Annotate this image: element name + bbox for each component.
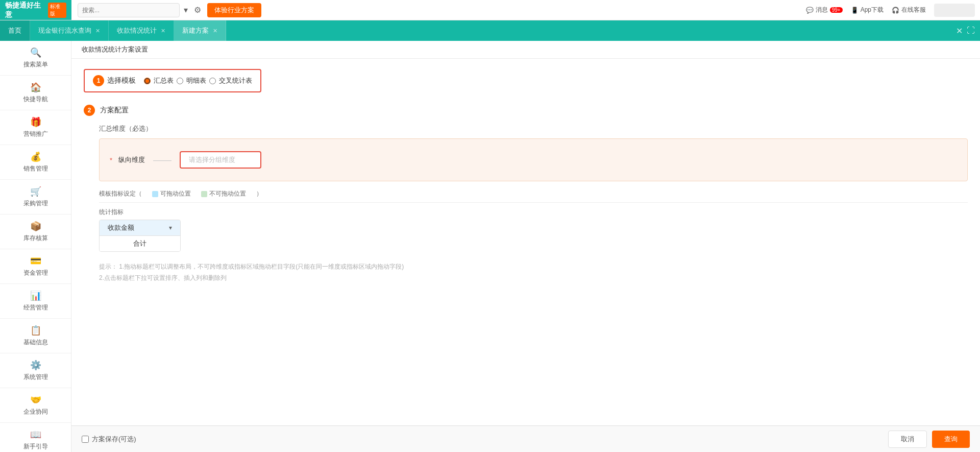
sidebar-item-finance[interactable]: 💳 资金管理 [0, 249, 71, 284]
sidebar-label-marketing: 营销推广 [23, 130, 48, 138]
step1-badge: 1 [93, 75, 104, 86]
sidebar-item-management[interactable]: 📊 经营管理 [0, 284, 71, 319]
radio-detail-table[interactable]: 明细表 [177, 76, 206, 85]
sales-icon: 💰 [30, 151, 41, 162]
sidebar-label-system: 系统管理 [23, 373, 48, 382]
bottom-buttons: 取消 查询 [888, 431, 970, 448]
search-dropdown-button[interactable]: ▾ [184, 5, 188, 15]
sidebar-label-purchase: 采购管理 [23, 199, 48, 208]
tips-section: 提示： 1.拖动标题栏可以调整布局，不可跨维度或指标区域拖动栏目字段(只能在同一… [99, 261, 968, 283]
tab-maximize-icon[interactable]: ⛶ [967, 26, 975, 35]
tab-cash-flow[interactable]: 现金银行流水查询 ✕ [30, 20, 109, 41]
message-button[interactable]: 💬 消息 99+ [806, 6, 843, 14]
sidebar-label-management: 经营管理 [23, 303, 48, 312]
metrics-dropdown-arrow[interactable]: ▾ [169, 224, 172, 231]
search-icon: 🔍 [30, 47, 41, 58]
app-download-label: App下载 [861, 6, 884, 14]
sidebar-item-basic-info[interactable]: 📋 基础信息 [0, 319, 71, 353]
sidebar-label-enterprise-collab: 企业协同 [23, 408, 48, 416]
arrow-separator: —— [153, 155, 172, 165]
metrics-section: 模板指标设定（ 可拖动位置 不可拖动位置 ） 统计指标 [99, 189, 968, 253]
tab-cash-flow-close[interactable]: ✕ [95, 28, 100, 34]
section2: 2 方案配置 汇总维度（必选） * 纵向维度 —— 请选择分组维度 [84, 105, 968, 283]
legend-draggable-label: 可拖动位置 [160, 189, 191, 198]
online-support-button[interactable]: 🎧 在线客服 [892, 6, 926, 14]
page-title: 收款情况统计方案设置 [82, 45, 148, 53]
sidebar-item-system[interactable]: ⚙️ 系统管理 [0, 353, 71, 388]
management-icon: 📊 [30, 290, 41, 301]
sidebar-item-search[interactable]: 🔍 搜索菜单 [0, 41, 71, 76]
legend-draggable: 可拖动位置 [152, 189, 191, 198]
section1-title: 选择模板 [107, 76, 136, 85]
system-icon: ⚙️ [30, 360, 41, 371]
section1: 1 选择模板 汇总表 明细表 交叉统计表 [84, 69, 968, 103]
radio-detail-input[interactable] [177, 78, 183, 84]
sidebar-label-sales: 销售管理 [23, 164, 48, 173]
settings-gear-button[interactable]: ⚙ [192, 3, 203, 17]
search-input[interactable] [78, 3, 180, 17]
save-checkbox[interactable] [82, 436, 89, 443]
tab-receipt-stats-close[interactable]: ✕ [161, 28, 165, 34]
vertical-dim-label: 纵向维度 [118, 155, 145, 164]
radio-cross-table[interactable]: 交叉统计表 [209, 76, 252, 85]
sidebar-item-purchase[interactable]: 🛒 采购管理 [0, 180, 71, 215]
sidebar-item-marketing[interactable]: 🎁 营销推广 [0, 110, 71, 145]
sidebar-item-sales[interactable]: 💰 销售管理 [0, 145, 71, 180]
legend-fixed-label: 不可拖动位置 [209, 189, 246, 198]
tab-receipt-stats-label: 收款情况统计 [117, 26, 157, 35]
tab-receipt-stats[interactable]: 收款情况统计 ✕ [109, 20, 174, 41]
message-icon: 💬 [806, 7, 814, 14]
template-radio-group: 1 选择模板 汇总表 明细表 交叉统计表 [84, 69, 261, 92]
basic-info-icon: 📋 [30, 325, 41, 336]
dimension-row: * 纵向维度 —— 请选择分组维度 [110, 151, 957, 169]
section2-title: 方案配置 [100, 106, 129, 115]
metrics-column-header: 收款金额 [108, 223, 134, 232]
radio-summary-table[interactable]: 汇总表 [144, 76, 174, 85]
app-download-button[interactable]: 📱 App下载 [851, 6, 884, 14]
step2-badge: 2 [84, 105, 95, 116]
tab-cash-flow-label: 现金银行流水查询 [38, 26, 91, 35]
user-avatar[interactable] [934, 4, 975, 17]
save-label: 方案保存(可选) [92, 435, 136, 444]
legend-draggable-dot [152, 191, 158, 197]
trial-industry-button[interactable]: 体验行业方案 [207, 3, 261, 17]
sidebar-item-inventory[interactable]: 📦 库存核算 [0, 215, 71, 249]
cancel-button[interactable]: 取消 [888, 431, 927, 448]
logo: 畅捷通好生意 标准版 [0, 0, 71, 20]
radio-summary-label: 汇总表 [154, 76, 174, 85]
message-badge: 99+ [830, 7, 843, 13]
dimension-label: 汇总维度（必选） [99, 124, 968, 133]
nav-tab-bar: 首页 现金银行流水查询 ✕ 收款情况统计 ✕ 新建方案 ✕ ✕ ⛶ [0, 20, 980, 41]
legend-fixed-dot [201, 191, 207, 197]
tab-home-label: 首页 [8, 26, 21, 35]
logo-badge: 标准版 [48, 3, 66, 18]
logo-text: 畅捷通好生意 [5, 1, 46, 19]
tab-close-all-icon[interactable]: ✕ [956, 26, 963, 36]
dim-select-box[interactable]: 请选择分组维度 [180, 151, 261, 169]
tab-home[interactable]: 首页 [0, 20, 30, 41]
radio-detail-label: 明细表 [186, 76, 206, 85]
support-icon: 🎧 [892, 7, 899, 14]
radio-summary-input[interactable] [144, 78, 151, 84]
legend-fixed: 不可拖动位置 [201, 189, 246, 198]
tab-bar-actions: ✕ ⛶ [956, 20, 980, 41]
metrics-table-header[interactable]: 收款金额 ▾ [100, 220, 180, 236]
sidebar: 🔍 搜索菜单 🏠 快捷导航 🎁 营销推广 💰 销售管理 🛒 采购管理 📦 库存核… [0, 41, 71, 452]
sidebar-item-enterprise-collab[interactable]: 🤝 企业协同 [0, 388, 71, 423]
dimension-area: * 纵向维度 —— 请选择分组维度 [99, 138, 968, 181]
page-header: 收款情况统计方案设置 [71, 41, 980, 59]
query-button[interactable]: 查询 [932, 431, 970, 448]
sidebar-item-quicknav[interactable]: 🏠 快捷导航 [0, 76, 71, 110]
metrics-section-label: 统计指标 [99, 208, 181, 217]
finance-icon: 💳 [30, 255, 41, 267]
section1-header: 1 选择模板 汇总表 明细表 交叉统计表 [84, 69, 968, 103]
tip-line1: 提示： 1.拖动标题栏可以调整布局，不可跨维度或指标区域拖动栏目字段(只能在同一… [99, 261, 968, 273]
tab-new-plan-label: 新建方案 [182, 26, 209, 35]
collab-icon: 🤝 [30, 394, 41, 406]
home-icon: 🏠 [30, 82, 41, 93]
save-option: 方案保存(可选) [82, 435, 136, 444]
tab-new-plan[interactable]: 新建方案 ✕ [174, 20, 226, 41]
radio-cross-input[interactable] [209, 78, 216, 84]
sidebar-item-guide[interactable]: 📖 新手引导 [0, 423, 71, 452]
tab-new-plan-close[interactable]: ✕ [213, 28, 217, 34]
